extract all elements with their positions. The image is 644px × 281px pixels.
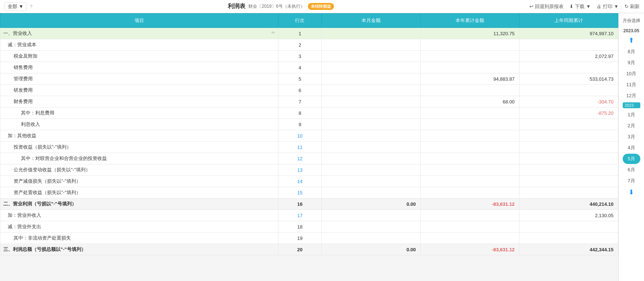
table-row-prev: 2,072.97 (519, 51, 618, 62)
main-container: 全部 ▼ ? 利润表 财会〔2019〕6号（未执行） 未结转损益 ↩ 回退到原报… (0, 0, 644, 281)
scope-down-icon: ▼ (19, 4, 24, 9)
table-row-item: 其中：非流动资产处置损失 (0, 233, 278, 244)
table-row-item: 财务费用 (0, 96, 278, 107)
print-arrow-icon: ▼ (614, 4, 619, 9)
table-row-month (321, 130, 420, 142)
table-row-prev (519, 142, 618, 153)
table-row-year (420, 85, 519, 96)
table-row-number: 11 (278, 142, 321, 153)
col-header-item: 项目 (0, 14, 278, 28)
month-item-2月[interactable]: 2月 (623, 121, 640, 131)
table-row-month (321, 164, 420, 176)
table-row-item: 管理费用 (0, 73, 278, 85)
month-item-3月[interactable]: 3月 (623, 132, 640, 142)
table-area: 项目 行次 本月金额 本年累计金额 上年同期累计 一、营业收入✏111,320.… (0, 13, 618, 281)
table-row-year (420, 119, 519, 130)
table-row-month (321, 28, 420, 39)
month-item-1月[interactable]: 1月 (623, 110, 640, 120)
table-row-prev: -304.70 (519, 96, 618, 107)
month-item-8月[interactable]: 8月 (623, 47, 640, 57)
table-row-year (420, 210, 519, 221)
month-item-6月[interactable]: 6月 (623, 165, 640, 175)
table-row-number: 5 (278, 73, 321, 85)
table-row-number: 13 (278, 164, 321, 176)
table-row-prev (519, 164, 618, 176)
print-button[interactable]: 🖨 打印 ▼ (597, 3, 619, 10)
help-icon[interactable]: ? (30, 4, 32, 9)
col-header-year: 本年累计金额 (420, 14, 519, 28)
table-row-prev: 442,344.15 (519, 244, 618, 255)
table-row-year (420, 51, 519, 62)
scope-selector[interactable]: 全部 ▼ (4, 2, 27, 11)
month-item-5月[interactable]: 5月 (623, 154, 640, 164)
table-row-item: 加：其他收益 (0, 130, 278, 142)
table-row-month (321, 142, 420, 153)
table-row-number: 4 (278, 62, 321, 73)
table-row-year (420, 233, 519, 244)
back-icon: ↩ (529, 4, 533, 9)
table-row-number: 14 (278, 176, 321, 187)
table-row-item: 其中：对联营企业和合营企业的投资收益 (0, 153, 278, 164)
table-row-month (321, 107, 420, 119)
refresh-button[interactable]: ↻ 刷新 (625, 3, 640, 10)
table-row-month (321, 153, 420, 164)
table-row-prev (519, 221, 618, 233)
back-button[interactable]: ↩ 回退到原报表 (529, 3, 564, 10)
table-row-item: 一、营业收入✏ (0, 28, 278, 39)
table-row-item: 利息收入 (0, 119, 278, 130)
table-row-number: 17 (278, 210, 321, 221)
table-row-month: 0.00 (321, 198, 420, 210)
table-row-month (321, 51, 420, 62)
table-row-number: 19 (278, 233, 321, 244)
table-row-item: 研发费用 (0, 85, 278, 96)
table-row-month: 0.00 (321, 244, 420, 255)
table-row-number: 6 (278, 85, 321, 96)
table-row-prev (519, 233, 618, 244)
table-row-month (321, 210, 420, 221)
page-title: 利润表 (228, 3, 245, 10)
table-row-year (420, 39, 519, 51)
table-row-number: 3 (278, 51, 321, 62)
profit-table: 项目 行次 本月金额 本年累计金额 上年同期累计 一、营业收入✏111,320.… (0, 13, 618, 255)
table-row-number: 16 (278, 198, 321, 210)
table-row-month (321, 39, 420, 51)
next-arrow[interactable]: ⬇ (629, 188, 634, 196)
prev-arrow[interactable]: ⬆ (629, 36, 634, 44)
table-row-year (420, 107, 519, 119)
sidebar-title: 月份选择 (621, 16, 642, 25)
table-row-item: 资产减值损失（损失以"-"填列） (0, 176, 278, 187)
year-badge: 2023 (623, 102, 640, 108)
table-row-month (321, 96, 420, 107)
table-row-number: 10 (278, 130, 321, 142)
table-row-month (321, 119, 420, 130)
table-row-prev (519, 153, 618, 164)
scope-label: 全部 (8, 3, 17, 10)
table-row-prev (519, 187, 618, 198)
month-item-10月[interactable]: 10月 (623, 69, 640, 79)
month-list: 8月9月10月11月12月20231月2月3月4月5月6月7月 (623, 46, 640, 187)
table-row-prev: 440,214.10 (519, 198, 618, 210)
header-title-area: 利润表 财会〔2019〕6号（未执行） 未结转损益 (228, 3, 334, 10)
table-row-month (321, 73, 420, 85)
month-item-9月[interactable]: 9月 (623, 58, 640, 68)
table-row-item: 其中：利息费用 (0, 107, 278, 119)
month-sidebar: 月份选择 2023.05 ⬆ 8月9月10月11月12月20231月2月3月4月… (618, 13, 644, 281)
col-header-prev: 上年同期累计 (519, 14, 618, 28)
month-item-11月[interactable]: 11月 (623, 80, 640, 90)
table-row-year: -83,631.12 (420, 244, 519, 255)
table-row-prev (519, 176, 618, 187)
table-row-number: 12 (278, 153, 321, 164)
table-row-number: 9 (278, 119, 321, 130)
month-item-4月[interactable]: 4月 (623, 143, 640, 153)
table-row-number: 7 (278, 96, 321, 107)
month-item-7月[interactable]: 7月 (623, 176, 640, 186)
download-button[interactable]: ⬇ 下载 ▼ (569, 3, 591, 10)
edit-icon[interactable]: ✏ (271, 30, 275, 35)
table-row-item: 税金及附加 (0, 51, 278, 62)
month-item-12月[interactable]: 12月 (623, 91, 640, 101)
table-row-year (420, 164, 519, 176)
table-row-number: 18 (278, 221, 321, 233)
table-row-prev: 533,014.73 (519, 73, 618, 85)
table-row-year (420, 142, 519, 153)
table-row-year (420, 153, 519, 164)
